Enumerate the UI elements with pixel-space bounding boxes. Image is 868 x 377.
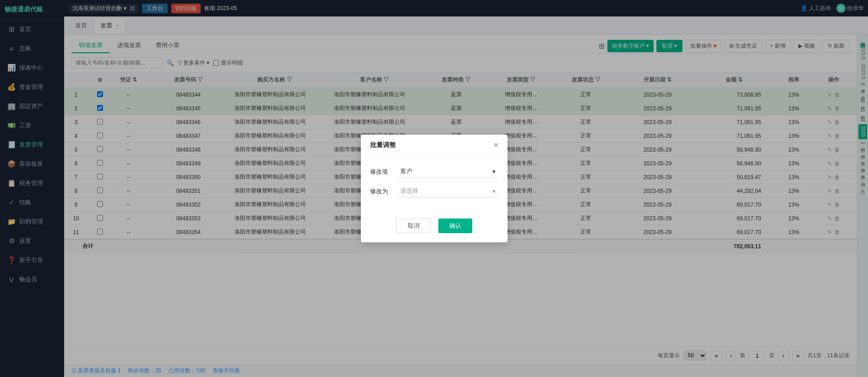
modal-title: 批量调整 (370, 141, 396, 149)
modify-to-row: 修改为 请选择 ▾ (370, 185, 498, 197)
modify-field-row: 修改项 客户 ▾ (370, 165, 498, 178)
modify-field-label: 修改项 (370, 168, 398, 176)
modify-field-select[interactable]: 客户 ▾ (398, 165, 498, 178)
modify-to-placeholder: 请选择 (400, 187, 418, 195)
dropdown-icon: ▾ (492, 168, 496, 175)
dropdown-icon2: ▾ (492, 188, 496, 195)
modal-cancel-button[interactable]: 取消 (396, 219, 431, 233)
modify-field-value: 客户 (400, 167, 412, 175)
modal-footer: 取消 确认 (361, 214, 508, 242)
modify-to-label: 修改为 (370, 187, 398, 196)
modal-overlay: 批量调整 × 修改项 客户 ▾ 修改为 请选择 ▾ 取消 确认 (0, 0, 868, 377)
batch-adjust-modal: 批量调整 × 修改项 客户 ▾ 修改为 请选择 ▾ 取消 确认 (361, 135, 508, 242)
modify-to-select[interactable]: 请选择 ▾ (398, 185, 498, 197)
modal-header: 批量调整 × (361, 135, 508, 156)
modal-body: 修改项 客户 ▾ 修改为 请选择 ▾ (361, 156, 508, 214)
modal-confirm-button[interactable]: 确认 (438, 219, 472, 233)
modal-close-button[interactable]: × (494, 141, 498, 149)
